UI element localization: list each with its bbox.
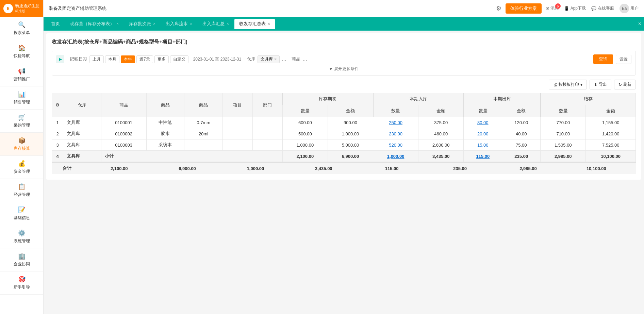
try-btn[interactable]: 体验行业方案 xyxy=(506,3,542,14)
row-out-qty[interactable]: 15.00 xyxy=(464,139,502,151)
row-project xyxy=(223,128,252,139)
sidebar: 6 畅捷通好生意 标准版 🔍搜索菜单🏠快捷导航📢营销推广📊销售管理🛒采购管理📦库… xyxy=(0,0,44,314)
sidebar-label-search: 搜索菜单 xyxy=(14,30,30,36)
table-row: 2 文具库 0100002 胶水 20ml 500.00 1,000.00 23… xyxy=(52,128,636,139)
date-buttons: 上月本月本年近7天更多自定义 xyxy=(89,55,188,63)
tab-batch[interactable]: 库存批次账× xyxy=(124,19,160,29)
settings-button[interactable]: 设置 xyxy=(616,55,631,64)
th-settings: ⚙ xyxy=(52,93,63,117)
date-range-display: 2023-01-01 至 2023-12-31 xyxy=(193,56,241,62)
subtotal-open-qty: 2,100.00 xyxy=(282,151,328,162)
query-button[interactable]: 查询 xyxy=(593,54,613,64)
row-in-qty[interactable]: 250.00 xyxy=(373,117,418,128)
close-all-tabs-btn[interactable]: × xyxy=(638,21,641,27)
row-open-amt: 900.00 xyxy=(328,117,373,128)
sidebar-item-base-info[interactable]: 📝基础信息 xyxy=(0,202,43,225)
expand-more-btn[interactable]: ▼ 展开更多条件 xyxy=(56,64,631,72)
subtotal-in-qty: 1,000.00 xyxy=(373,151,418,162)
row-open-qty: 500.00 xyxy=(282,128,328,139)
tab-recv-send[interactable]: 收发存汇总表× xyxy=(234,19,275,29)
tab-home[interactable]: 首页 xyxy=(46,19,65,29)
th-out: 本期出库 xyxy=(464,93,541,105)
total-out-qty: 115.00 xyxy=(358,166,426,171)
tab-close-recv-send[interactable]: × xyxy=(268,21,270,26)
row-in-qty[interactable]: 230.00 xyxy=(373,128,418,139)
th-dept: 部门 xyxy=(252,93,282,117)
sidebar-item-enterprise[interactable]: 🏢企业协同 xyxy=(0,248,43,271)
app-icon: 📱 xyxy=(564,6,569,11)
sidebar-logo: 6 畅捷通好生意 标准版 xyxy=(0,0,43,17)
tab-label-home: 首页 xyxy=(51,21,60,27)
th-warehouse: 仓库 xyxy=(63,93,101,117)
row-out-qty[interactable]: 80.00 xyxy=(464,117,502,128)
filter-toggle-btn[interactable]: ▶ xyxy=(56,55,64,63)
tab-inout-summary[interactable]: 出入库汇总× xyxy=(198,19,234,29)
row-project xyxy=(223,139,252,151)
row-out-qty[interactable]: 20.00 xyxy=(464,128,502,139)
date-btn-近7天[interactable]: 近7天 xyxy=(136,55,153,63)
refresh-btn[interactable]: ↻ 刷新 xyxy=(614,80,636,89)
th-in-amt: 金额 xyxy=(418,105,464,117)
date-btn-上月[interactable]: 上月 xyxy=(89,55,104,63)
date-btn-本月[interactable]: 本月 xyxy=(105,55,119,63)
refresh-icon: ↻ xyxy=(618,82,622,87)
table-header-row-1: ⚙ 仓库 商品 商品 商品 项目 部门 库存期初 本期入库 本期出库 结存 xyxy=(52,93,636,105)
row-spec xyxy=(184,139,223,151)
sidebar-label-base-info: 基础信息 xyxy=(14,215,30,221)
row-out-amt: 120.00 xyxy=(502,117,541,128)
main-content: 装备及固定资产辅助管理系统 ⚙ 体验行业方案 ✉ 消息 6 📱 App下载 💬 … xyxy=(44,0,644,314)
tab-label-inout-summary: 出入库汇总 xyxy=(202,21,225,27)
date-btn-自定义[interactable]: 自定义 xyxy=(170,55,188,63)
th-in: 本期入库 xyxy=(373,93,464,105)
tab-close-stock-dist[interactable]: × xyxy=(116,21,119,26)
row-dept xyxy=(252,128,282,139)
total-bal-amt: 10,100.00 xyxy=(562,166,630,171)
total-open-amt: 6,900.00 xyxy=(153,166,221,171)
warehouse-remove-btn[interactable]: × xyxy=(274,57,277,62)
tab-close-batch[interactable]: × xyxy=(153,21,155,26)
print-btn[interactable]: 🖨 按模板打印 ▾ xyxy=(549,80,587,89)
date-btn-更多[interactable]: 更多 xyxy=(154,55,169,63)
warehouse-tag: 文具库 × xyxy=(258,55,280,63)
row-bal-amt: 7,525.00 xyxy=(586,139,636,151)
tab-inout-flow[interactable]: 出入库流水× xyxy=(161,19,197,29)
sidebar-label-enterprise: 企业协同 xyxy=(14,261,30,267)
sidebar-item-search[interactable]: 🔍搜索菜单 xyxy=(0,17,43,40)
message-btn[interactable]: ✉ 消息 6 xyxy=(546,5,559,11)
sidebar-item-quick-nav[interactable]: 🏠快捷导航 xyxy=(0,40,43,63)
tab-close-inout-flow[interactable]: × xyxy=(190,21,192,26)
goods-more-btn[interactable]: ... xyxy=(302,56,307,62)
sidebar-label-finance: 资金管理 xyxy=(14,169,30,175)
quick-nav-icon: 🏠 xyxy=(18,44,26,52)
purchase-icon: 🛒 xyxy=(18,114,26,121)
row-in-qty[interactable]: 520.00 xyxy=(373,139,418,151)
subtotal-num: 4 xyxy=(52,151,63,162)
row-bal-amt: 1,155.00 xyxy=(586,117,636,128)
service-icon: 💬 xyxy=(591,6,596,11)
row-num: 3 xyxy=(52,139,63,151)
sidebar-item-finance[interactable]: 💰资金管理 xyxy=(0,156,43,179)
print-icon: 🖨 xyxy=(553,82,557,87)
export-btn[interactable]: ⬇ 导出 xyxy=(590,80,611,89)
warehouse-more-btn[interactable]: ... xyxy=(282,56,286,62)
row-dept xyxy=(252,117,282,128)
tab-bar: 首页现存量（库存分布表）×库存批次账×出入库流水×出入库汇总×收发存汇总表×× xyxy=(44,17,644,31)
settings-icon[interactable]: ⚙ xyxy=(496,5,501,12)
row-num: 1 xyxy=(52,117,63,128)
tab-close-inout-summary[interactable]: × xyxy=(227,21,229,26)
th-name: 商品 xyxy=(146,93,184,117)
sidebar-item-system[interactable]: ⚙️系统管理 xyxy=(0,225,43,248)
date-btn-本年[interactable]: 本年 xyxy=(121,55,135,63)
sidebar-item-marketing[interactable]: 📢营销推广 xyxy=(0,63,43,86)
sidebar-item-sales[interactable]: 📊销售管理 xyxy=(0,86,43,110)
sidebar-item-operation[interactable]: 📋经营管理 xyxy=(0,179,43,202)
user-btn[interactable]: Ea 用户 xyxy=(620,4,639,13)
table-row: 3 文具库 0100003 采访本 1,000.00 5,000.00 520.… xyxy=(52,139,636,151)
online-service-btn[interactable]: 💬 在线客服 xyxy=(591,5,614,11)
tab-stock-dist[interactable]: 现存量（库存分布表）× xyxy=(65,19,123,29)
app-download-btn[interactable]: 📱 App下载 xyxy=(564,5,586,11)
sidebar-item-inventory[interactable]: 📦库存核算 xyxy=(0,133,43,156)
th-open-amt: 金额 xyxy=(328,105,373,117)
sidebar-item-newbie[interactable]: 🎯新手引导 xyxy=(0,271,43,295)
sidebar-item-purchase[interactable]: 🛒采购管理 xyxy=(0,110,43,133)
